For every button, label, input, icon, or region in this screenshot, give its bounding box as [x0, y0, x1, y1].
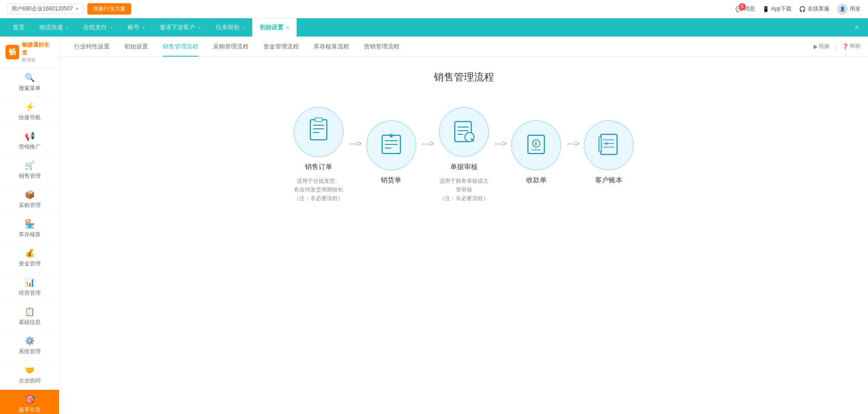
app-download-icon: 📱 [762, 6, 769, 12]
sidebar-item-newbie-label: 新手引导 [19, 406, 41, 414]
megaphone-icon: 📢 [25, 131, 35, 141]
nav-tab-invite-label: 邀请下游客户 [160, 23, 195, 32]
question-icon: ❓ [842, 43, 849, 50]
message-badge-wrap: 💬 6 [735, 6, 742, 12]
svg-point-9 [390, 135, 392, 137]
help-label: 帮助 [850, 42, 861, 50]
audit-desc: 适用于财务审核或主管审核（注：非必要流程） [439, 177, 489, 203]
sidebar-item-system[interactable]: ⚙️ 系统管理 [0, 331, 59, 361]
store-icon: 🏪 [25, 219, 35, 229]
sidebar-item-inventory[interactable]: 🏪 库存核算 [0, 214, 59, 244]
user-selector[interactable]: 用户690企业1660120507 ▼ [7, 4, 84, 14]
sidebar-item-newbie[interactable]: 🎯 新手引导 [0, 390, 59, 414]
user-menu-button[interactable]: 👤 用友 [837, 4, 861, 15]
sidebar-item-basic[interactable]: 📋 基础信息 [0, 302, 59, 331]
video-icon: ▶ [814, 43, 818, 50]
sidebar-item-purchase-label: 采购管理 [19, 202, 41, 209]
clipboard-icon: 📋 [25, 307, 35, 317]
subtab-sales-flow[interactable]: 销售管理流程 [155, 37, 206, 57]
sales-order-desc: 适用于分批发货、有合同发货周期较长（注：非必要流程） [294, 177, 343, 203]
experience-button[interactable]: 体验行业方案 [87, 3, 131, 15]
subtab-finance-flow[interactable]: 资金管理流程 [256, 37, 306, 57]
help-button[interactable]: ❓ 帮助 [842, 42, 861, 50]
sidebar-item-operations-label: 经营管理 [19, 289, 41, 297]
nav-tab-payment[interactable]: 在线支付 × [76, 18, 120, 37]
close-icon[interactable]: × [142, 25, 145, 30]
receipt-icon: ¥ [522, 131, 550, 159]
close-icon[interactable]: × [198, 25, 201, 30]
delivery-icon [378, 131, 405, 159]
close-icon[interactable]: × [110, 25, 112, 30]
sidebar-item-inventory-label: 库存核算 [19, 231, 41, 239]
subtab-inventory-flow[interactable]: 库存核算流程 [306, 37, 357, 57]
flow-circle-delivery [366, 120, 416, 170]
sidebar-item-quick[interactable]: ⚡ 快捷导航 [0, 97, 59, 127]
account-icon: ¥ [595, 131, 623, 159]
video-label: 视频 [819, 42, 830, 50]
nav-tabs: 首页 物流快递 × 在线支付 × 账号 × 邀请下游客户 × 往来期初 × 初始… [0, 18, 868, 37]
top-bar-left: 用户690企业1660120507 ▼ 体验行业方案 [7, 3, 131, 15]
svg-rect-25 [599, 137, 602, 152]
flow-circle-receipt: ¥ [511, 120, 561, 170]
nav-tab-account-label: 账号 [128, 23, 139, 32]
subtab-industry[interactable]: 行业特性设置 [67, 37, 117, 57]
subtab-purchase-flow-label: 采购管理流程 [213, 42, 249, 51]
close-icon[interactable]: × [66, 25, 69, 30]
logo-text-line1: 畅捷通好生意 [22, 41, 53, 57]
logo-text-line2: 标准版 [22, 57, 53, 63]
user-label: 用户690企业1660120507 [11, 5, 73, 13]
flow-step-delivery: 销货单 [366, 120, 416, 190]
sidebar-item-collab[interactable]: 🤝 企业协同 [0, 361, 59, 390]
nav-tab-account[interactable]: 账号 × [120, 18, 152, 37]
sidebar-item-marketing[interactable]: 📢 营销推广 [0, 127, 59, 156]
flow-circle-sales-order [293, 107, 344, 157]
flow-step-receipt: ¥ 收款单 [511, 120, 561, 190]
main-layout: 畅 畅捷通好生意 标准版 🔍 搜索菜单 ⚡ 快捷导航 📢 营销推广 🛒 销售管理… [0, 37, 868, 414]
sidebar-item-purchase[interactable]: 📦 采购管理 [0, 185, 59, 214]
online-service-button[interactable]: 🎧 在线客服 [799, 5, 830, 13]
handshake-icon: 🤝 [25, 365, 35, 375]
nav-tab-payment-label: 在线支付 [83, 23, 107, 32]
logo-text: 畅捷通好生意 标准版 [22, 41, 53, 63]
subtab-purchase-flow[interactable]: 采购管理流程 [206, 37, 256, 57]
subtab-marketing-flow-label: 营销管理流程 [364, 42, 399, 51]
sidebar-item-sales[interactable]: 🛒 销售管理 [0, 156, 59, 185]
subtab-initial[interactable]: 初始设置 [117, 37, 155, 57]
nav-tab-home[interactable]: 首页 [5, 18, 32, 37]
nav-tab-logistics[interactable]: 物流快递 × [32, 18, 76, 37]
sidebar-item-search[interactable]: 🔍 搜索菜单 [0, 68, 59, 97]
flow-diagram: 销售订单 适用于分批发货、有合同发货周期较长（注：非必要流程） - - -> [78, 107, 850, 203]
chart-icon: 📊 [25, 277, 35, 287]
subtab-marketing-flow[interactable]: 营销管理流程 [357, 37, 407, 57]
arrow-2: - - -> [416, 138, 439, 149]
nav-tab-period[interactable]: 往来期初 × [208, 18, 252, 37]
lightning-icon: ⚡ [25, 102, 35, 112]
app-download-button[interactable]: 📱 App下载 [762, 5, 792, 13]
receipt-label: 收款单 [526, 176, 547, 185]
sidebar-item-system-label: 系统管理 [19, 348, 41, 356]
nav-tab-period-label: 往来期初 [216, 23, 240, 32]
audit-label: 单据审核 [450, 163, 478, 171]
svg-rect-20 [601, 134, 617, 154]
sidebar-item-finance[interactable]: 💰 资金管理 [0, 244, 59, 273]
svg-text:¥: ¥ [605, 141, 608, 146]
logo-icon: 畅 [5, 45, 19, 59]
headset-icon: 🎧 [799, 6, 806, 12]
close-all-button[interactable]: × [851, 23, 863, 32]
flow-title: 销售管理流程 [78, 70, 850, 84]
flow-step-account: ¥ 客户账本 [584, 120, 634, 190]
account-label: 客户账本 [595, 176, 623, 185]
close-icon[interactable]: × [286, 25, 289, 30]
nav-tab-init-label: 初始设置 [260, 23, 283, 32]
nav-tab-invite[interactable]: 邀请下游客户 × [152, 18, 208, 37]
sub-tabs-actions: ▶ 视频 | ❓ 帮助 [814, 42, 861, 50]
message-button[interactable]: 💬 6 消息 [735, 5, 755, 13]
close-icon[interactable]: × [242, 25, 245, 30]
subtab-sales-flow-label: 销售管理流程 [163, 42, 198, 51]
nav-tab-init[interactable]: 初始设置 × [252, 18, 296, 37]
delivery-label: 销货单 [381, 176, 401, 185]
flow-step-audit: 单据审核 适用于财务审核或主管审核（注：非必要流程） [439, 107, 489, 203]
sidebar-item-operations[interactable]: 📊 经营管理 [0, 273, 59, 302]
target-icon: 🎯 [25, 394, 35, 404]
video-button[interactable]: ▶ 视频 [814, 42, 830, 50]
